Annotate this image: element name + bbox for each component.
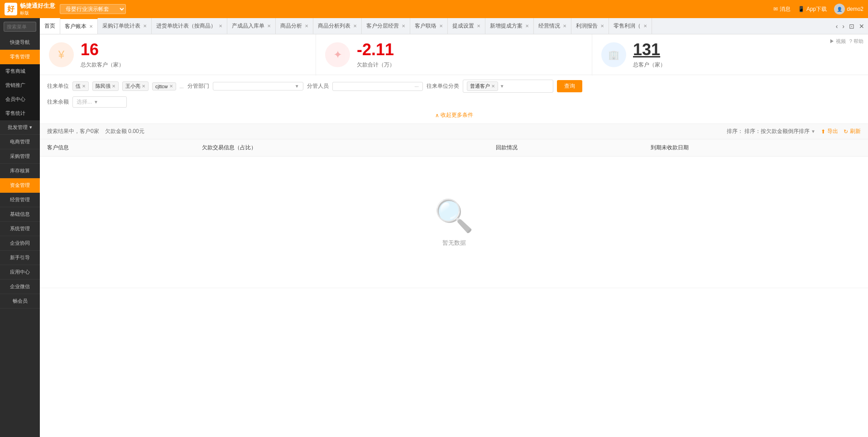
sidebar-item-wholesale-mgmt[interactable]: 批发管理 ▾ [0,120,40,135]
tab-customer-segment[interactable]: 客户分层经营 ✕ [362,18,410,34]
empty-state: 🔍 暂无数据 [47,161,861,283]
result-bar: 搜索结果中，客户0家 欠款金额 0.00元 排序： 排序：按欠款金额倒序排序 ▼… [40,124,868,139]
tabs-nav: ‹ › ⊡ ✕ [832,22,868,31]
sidebar-item-system-mgmt[interactable]: 系统管理 [0,222,40,236]
sidebar-item-inventory[interactable]: 库存核算 [0,164,40,178]
content-area: 首页 客户账本 ✕ 采购订单统计表 ✕ 进货单统计表（按商品） ✕ 产成品入库单… [40,18,868,437]
play-icon: ▶ [830,38,834,44]
org-selector[interactable]: 母婴行业演示帐套 [60,4,126,14]
tab-close-customer-accounts[interactable]: ✕ [89,24,93,29]
sidebar-item-retail-stats[interactable]: 零售统计 [0,106,40,120]
total-debt-label: 欠款合计（万） [357,61,583,69]
logo-sub: 标版 [20,10,55,16]
messages-btn[interactable]: ✉ 消息 [773,5,791,13]
refresh-button[interactable]: ↻ 刷新 [844,128,861,135]
sidebar-item-basic-info[interactable]: 基础信息 [0,207,40,222]
tab-customer-accounts[interactable]: 客户账本 ✕ [60,18,98,34]
logo-area: 好 畅捷通好生意 标版 [5,2,55,16]
sidebar-item-member-center[interactable]: 会员中心 [0,92,40,106]
avatar: 👤 [834,4,845,14]
stat-help-links: ▶ 视频 ? 帮助 [830,38,863,45]
collapse-button[interactable]: ∧ 收起更多条件 [435,111,473,119]
tab-close-product-analysis-list[interactable]: ✕ [353,24,357,28]
col-debt-info: 欠款交易信息（占比） [195,139,489,157]
balance-select[interactable]: 选择... ▼ [72,96,127,108]
debt-customers-value: 16 [81,40,307,59]
sidebar-item-quick-nav[interactable]: 快捷导航 [0,35,40,50]
stat-total-customers: 🏢 131 总客户（家） ▶ 视频 ? 帮助 [592,34,868,76]
tab-close-customer-contact[interactable]: ✕ [439,24,443,28]
unit-type-label: 往来单位分类 [427,82,459,90]
filter-row-2: 往来余额 选择... ▼ [47,96,861,108]
sidebar-item-member[interactable]: 畅会员 [0,294,40,309]
tab-product-analysis-list[interactable]: 商品分析列表 ✕ [313,18,362,34]
total-customers-label: 总客户（家） [633,61,859,69]
tab-close-improve-settings[interactable]: ✕ [477,24,480,28]
filter-more-tags[interactable]: ... [180,84,184,89]
help-link[interactable]: ? 帮助 [849,38,863,45]
sort-chevron-icon: ▼ [811,129,815,134]
col-customer-info: 客户信息 [40,139,195,157]
tab-close-customer-segment[interactable]: ✕ [402,24,405,28]
total-debt-value: -2.11 [357,40,583,59]
tabs-nav-next[interactable]: › [840,22,846,31]
sidebar-item-retail-mgmt[interactable]: 零售管理 [0,50,40,64]
tab-close-goods-in[interactable]: ✕ [219,24,222,28]
sidebar-item-purchase-mgmt[interactable]: 采购管理 [0,149,40,164]
sidebar-item-new-guide[interactable]: 新手引导 [0,251,40,265]
tab-profit-report[interactable]: 利润报告 ✕ [571,18,609,34]
tab-goods-in-stats[interactable]: 进货单统计表（按商品） ✕ [152,18,227,34]
sidebar-item-enterprise-wechat[interactable]: 企业微信 [0,280,40,294]
sidebar-item-ecommerce-mgmt[interactable]: 电商管理 [0,135,40,149]
refresh-icon: ↻ [844,128,848,135]
tag-close-wu[interactable]: ✕ [82,84,86,89]
col-due-date: 到期未收款日期 [643,139,868,157]
tab-close-product-instock[interactable]: ✕ [267,24,271,28]
tab-close-profit-report[interactable]: ✕ [600,24,604,28]
tabs-bar: 首页 客户账本 ✕ 采购订单统计表 ✕ 进货单统计表（按商品） ✕ 产成品入库单… [40,18,868,34]
tag-close-cjttcw[interactable]: ✕ [169,84,173,89]
sidebar-item-marketing[interactable]: 营销推广 [0,78,40,92]
tab-retail-profit[interactable]: 零售利润（ ✕ [609,18,652,34]
query-button[interactable]: 查询 [557,80,582,92]
tab-purchase-order-stats[interactable]: 采购订单统计表 ✕ [98,18,152,34]
tab-product-analysis[interactable]: 商品分析 ✕ [276,18,313,34]
tab-close-operation-status[interactable]: ✕ [563,24,566,28]
debt-customers-label: 总欠款客户（家） [81,61,307,69]
tag-close-wang[interactable]: ✕ [142,84,145,89]
app-download-btn[interactable]: 📱 App下载 [798,5,827,13]
sidebar: 快捷导航 零售管理 零售商城 营销推广 会员中心 零售统计 批发管理 ▾ 电商管… [0,18,40,437]
tab-close-retail-profit[interactable]: ✕ [643,24,647,28]
tab-improve-settings[interactable]: 提成设置 ✕ [448,18,485,34]
sidebar-item-retail-mall[interactable]: 零售商城 [0,64,40,78]
sidebar-item-enterprise-coop[interactable]: 企业协同 [0,236,40,251]
sidebar-item-app-center[interactable]: 应用中心 [0,265,40,280]
export-button[interactable]: ⬆ 导出 [821,128,838,135]
video-link[interactable]: ▶ 视频 [830,38,846,45]
tab-close-new-improve[interactable]: ✕ [525,24,529,28]
tab-product-instock[interactable]: 产成品入库单 ✕ [227,18,276,34]
unit-type-select[interactable]: 普通客户 ✕ ▼ [463,80,553,93]
search-input[interactable] [4,22,36,32]
sidebar-search-area [0,18,40,35]
empty-icon: 🔍 [434,197,474,234]
retail-submenu: 零售商城 营销推广 会员中心 零售统计 [0,64,40,120]
sort-select[interactable]: 排序： 排序：按欠款金额倒序排序 ▼ [727,128,815,135]
unit-type-tag-close[interactable]: ✕ [491,84,495,89]
tabs-nav-expand[interactable]: ⊡ [847,22,856,31]
page-content: ¥ 16 总欠款客户（家） ✦ -2.11 欠款合计（万） [40,34,868,437]
tab-home[interactable]: 首页 [40,18,60,34]
tab-operation-status[interactable]: 经营情况 ✕ [534,18,571,34]
tab-new-improve[interactable]: 新增提成方案 ✕ [485,18,534,34]
department-select[interactable]: ▼ [213,82,303,90]
tag-close-chen[interactable]: ✕ [112,84,115,89]
tab-close-product-analysis[interactable]: ✕ [305,24,308,28]
tabs-nav-close-all[interactable]: ✕ [857,22,866,31]
tab-close-purchase[interactable]: ✕ [143,24,147,28]
sidebar-item-capital-mgmt[interactable]: 资金管理 [0,178,40,193]
user-menu[interactable]: 👤 demo2 [834,4,863,14]
tabs-nav-prev[interactable]: ‹ [834,22,840,31]
tab-customer-contact[interactable]: 客户联络 ✕ [410,18,448,34]
staff-select[interactable]: ··· [332,82,423,91]
sidebar-item-operations-mgmt[interactable]: 经营管理 [0,193,40,207]
